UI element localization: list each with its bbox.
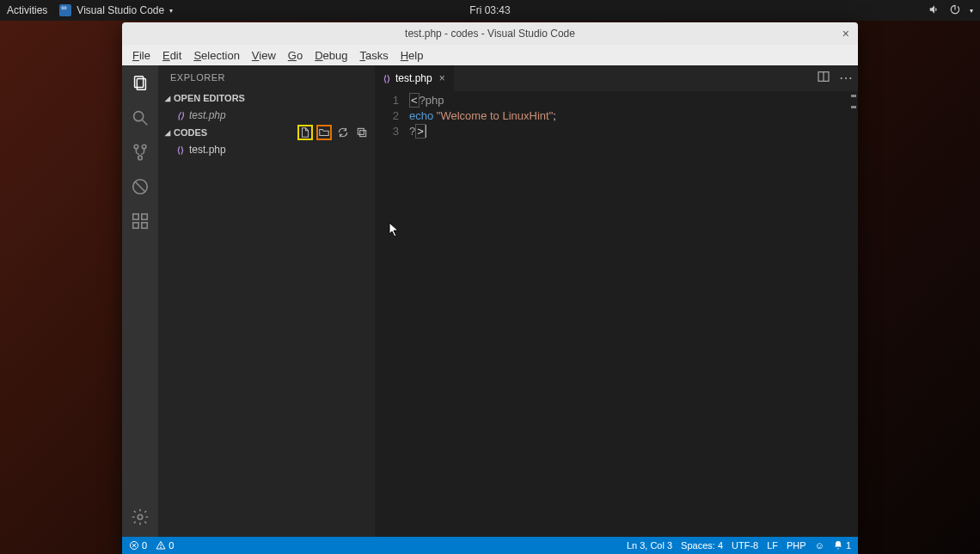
menu-file[interactable]: File [127, 47, 156, 64]
php-file-icon: ⟨⟩ [383, 74, 390, 83]
code-text[interactable]: <?php echo "Welcome to LinuxHint"; ?> [409, 91, 556, 537]
window-title: test.php - codes - Visual Studio Code [405, 28, 575, 40]
svg-rect-15 [360, 131, 366, 137]
titlebar[interactable]: test.php - codes - Visual Studio Code × [122, 22, 858, 45]
open-editors-label: OPEN EDITORS [174, 93, 245, 103]
status-warnings[interactable]: 0 [156, 540, 174, 551]
menu-go[interactable]: Go [283, 47, 308, 64]
menu-selection[interactable]: Selection [188, 47, 244, 64]
vscode-app-icon [59, 4, 71, 16]
editor-tab[interactable]: ⟨⟩ test.php × [375, 65, 455, 91]
collapse-all-icon[interactable] [354, 125, 370, 140]
extensions-icon[interactable] [131, 212, 150, 231]
app-indicator[interactable]: Visual Studio Code ▾ [59, 4, 173, 16]
volume-icon[interactable] [928, 3, 940, 18]
svg-point-6 [138, 156, 143, 160]
svg-line-8 [136, 182, 145, 192]
vscode-window: test.php - codes - Visual Studio Code × … [122, 22, 858, 554]
statusbar: 0 0 Ln 3, Col 3 Spaces: 4 UTF-8 LF PHP ☺… [122, 537, 858, 554]
svg-rect-11 [133, 223, 138, 228]
file-name: test.php [189, 144, 226, 156]
new-folder-icon[interactable] [316, 125, 332, 140]
open-editors-header[interactable]: ◢ OPEN EDITORS [158, 89, 375, 107]
tab-close-icon[interactable]: × [438, 72, 445, 84]
status-spaces[interactable]: Spaces: 4 [681, 540, 723, 551]
sidebar: EXPLORER ◢ OPEN EDITORS ⟨⟩ test.php ◢ CO… [158, 65, 375, 537]
svg-line-3 [143, 120, 148, 126]
status-feedback-icon[interactable]: ☺ [815, 540, 824, 551]
folder-header[interactable]: ◢ CODES [158, 124, 375, 141]
settings-gear-icon[interactable] [131, 508, 150, 526]
open-editor-item[interactable]: ⟨⟩ test.php [158, 107, 375, 124]
svg-point-2 [134, 112, 144, 121]
bracket-highlight: < [409, 93, 420, 108]
svg-rect-9 [133, 214, 138, 219]
gnome-topbar: Activities Visual Studio Code ▾ Fri 03:4… [0, 0, 980, 21]
svg-rect-1 [137, 79, 145, 90]
explorer-icon[interactable] [131, 74, 150, 93]
svg-rect-14 [358, 128, 364, 134]
editor-content[interactable]: 1 2 3 <?php echo "Welcome to LinuxHint";… [375, 91, 858, 537]
svg-point-5 [142, 145, 146, 149]
split-editor-icon[interactable] [817, 70, 830, 87]
refresh-icon[interactable] [335, 125, 351, 140]
menu-tasks[interactable]: Tasks [354, 47, 393, 64]
tab-label: test.php [395, 72, 432, 84]
activities-button[interactable]: Activities [7, 4, 47, 16]
menubar: File Edit Selection View Go Debug Tasks … [122, 45, 858, 65]
bracket-highlight: > [415, 124, 426, 138]
php-file-icon: ⟨⟩ [177, 111, 184, 120]
chevron-down-icon: ◢ [165, 129, 170, 137]
status-language[interactable]: PHP [787, 540, 806, 551]
source-control-icon[interactable] [131, 143, 150, 162]
php-file-icon: ⟨⟩ [177, 145, 184, 155]
power-icon[interactable] [949, 3, 961, 18]
chevron-down-icon: ◢ [165, 95, 170, 102]
open-editor-filename: test.php [189, 109, 226, 121]
file-tree-item[interactable]: ⟨⟩ test.php [158, 141, 375, 158]
body-area: EXPLORER ◢ OPEN EDITORS ⟨⟩ test.php ◢ CO… [122, 65, 858, 537]
svg-point-13 [138, 514, 143, 520]
svg-rect-0 [135, 77, 144, 88]
status-errors[interactable]: 0 [129, 540, 147, 551]
text-cursor [426, 125, 426, 138]
chevron-down-icon: ▾ [169, 7, 173, 15]
status-lncol[interactable]: Ln 3, Col 3 [627, 540, 672, 551]
sidebar-title: EXPLORER [158, 65, 375, 89]
search-icon[interactable] [131, 108, 150, 127]
menu-help[interactable]: Help [395, 47, 429, 64]
svg-rect-12 [142, 223, 147, 228]
svg-rect-10 [142, 214, 147, 219]
line-gutter: 1 2 3 [375, 91, 409, 537]
app-name: Visual Studio Code [77, 4, 164, 16]
svg-point-22 [161, 547, 162, 548]
status-encoding[interactable]: UTF-8 [732, 540, 758, 551]
folder-name: CODES [174, 127, 207, 138]
svg-point-4 [134, 145, 138, 149]
editor-tabs: ⟨⟩ test.php × ⋯ [375, 65, 858, 91]
folder-actions [297, 125, 370, 140]
menu-debug[interactable]: Debug [309, 47, 352, 64]
close-window-button[interactable]: × [842, 27, 849, 40]
status-eol[interactable]: LF [767, 540, 778, 551]
system-menu-caret-icon[interactable]: ▾ [970, 7, 973, 15]
editor-area: ⟨⟩ test.php × ⋯ 1 2 3 <?php [375, 65, 858, 537]
clock[interactable]: Fri 03:43 [469, 4, 510, 16]
menu-edit[interactable]: Edit [157, 47, 187, 64]
more-actions-icon[interactable]: ⋯ [839, 70, 853, 87]
new-file-icon[interactable] [297, 125, 313, 140]
minimap[interactable] [851, 95, 856, 117]
activitybar [122, 65, 158, 537]
debug-icon[interactable] [131, 177, 150, 196]
status-notifications[interactable]: 1 [833, 540, 851, 551]
menu-view[interactable]: View [247, 47, 281, 64]
